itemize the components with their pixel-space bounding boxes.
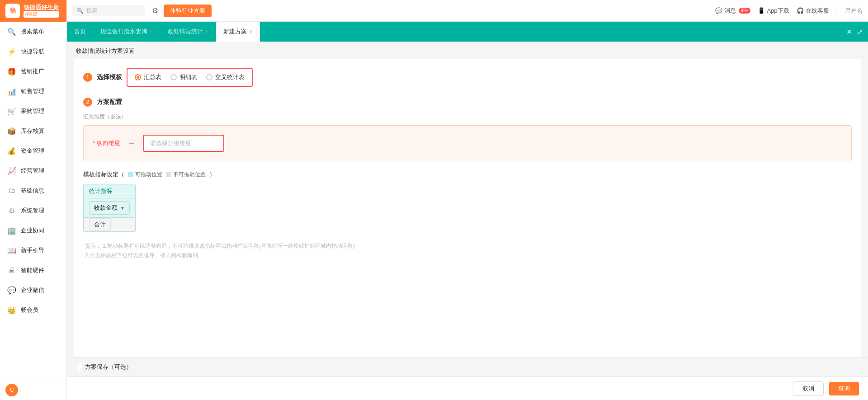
- sidebar-label-enterprise: 企业协同: [21, 226, 44, 235]
- legend-draggable: 可拖动位置: [128, 171, 162, 179]
- step1-title: 选择模板: [97, 73, 122, 81]
- sidebar-item-base-info[interactable]: 🗂基础信息: [0, 181, 66, 201]
- sidebar-item-purchase[interactable]: 🛒采购管理: [0, 101, 66, 121]
- sidebar-icon-smart-hw: 🖨: [7, 266, 16, 274]
- sidebar-item-member[interactable]: 👑畅会员: [0, 300, 66, 320]
- sidebar-icon-search-menu: 🔍: [7, 28, 16, 36]
- topbar: 🔍 搜索 ⚙ 体验行业方案 💬 消息 99+ 📱 App下载 🎧 在线客服 | …: [67, 0, 868, 22]
- tab-close-new-plan[interactable]: ×: [250, 28, 253, 35]
- dimension-area: * 纵向维度 → 请选择分组维度: [83, 125, 852, 161]
- metrics-sub-row: 合计: [84, 217, 135, 231]
- nav-tab-home[interactable]: 首页: [67, 22, 93, 42]
- sidebar-label-marketing: 营销推广: [21, 67, 44, 75]
- sidebar-label-operations: 经营管理: [21, 167, 44, 175]
- sidebar-label-member: 畅会员: [21, 306, 38, 314]
- radio-summary-label: 汇总表: [144, 73, 161, 81]
- industry-btn[interactable]: 体验行业方案: [164, 5, 212, 17]
- metrics-label: 统计指标: [84, 184, 135, 198]
- dimension-arrow: →: [127, 139, 136, 148]
- checkbox-box: [76, 364, 82, 370]
- tab-close-receipt-stats[interactable]: ×: [206, 28, 209, 35]
- step1-header: 1 选择模板 汇总表 明细表: [83, 68, 852, 87]
- metrics-tag[interactable]: 收款金额 ▼: [89, 201, 130, 215]
- page-header: 收款情况统计方案设置: [67, 42, 868, 59]
- save-plan-checkbox[interactable]: 方案保存（可选）: [76, 363, 132, 371]
- step2-header: 2 方案配置: [83, 98, 852, 107]
- sidebar-icon-weixin: 💬: [7, 286, 16, 295]
- close-all-icon[interactable]: ✕: [846, 28, 852, 36]
- sidebar-item-quick-nav[interactable]: ⚡快捷导航: [0, 42, 66, 61]
- message-icon: 💬: [715, 7, 722, 14]
- legend-non-draggable: 不可拖动位置: [166, 171, 206, 179]
- sidebar-label-quick-nav: 快捷导航: [21, 47, 44, 56]
- sidebar-item-enterprise[interactable]: 🏢企业协同: [0, 221, 66, 240]
- sidebar-icon-sales: 📊: [7, 87, 16, 96]
- sidebar-label-sales: 销售管理: [21, 87, 44, 95]
- radio-cross-circle: [206, 74, 212, 80]
- page-body: 1 选择模板 汇总表 明细表: [74, 59, 861, 357]
- tab-label-receipt-stats: 收款情况统计: [168, 28, 203, 36]
- user-name: 用户名: [845, 7, 863, 15]
- nav-tab-new-plan[interactable]: 新建方案 ×: [216, 22, 260, 42]
- topbar-right: 💬 消息 99+ 📱 App下载 🎧 在线客服 | 用户名: [715, 7, 863, 15]
- nav-tabs: 首页现金银行流水查询 ×收款情况统计 ×新建方案 × ✕ ⤢: [67, 22, 868, 42]
- sidebar-icon-system: ⚙: [7, 207, 16, 215]
- sidebar-label-system: 系统管理: [21, 207, 44, 215]
- radio-detail[interactable]: 明细表: [170, 73, 197, 81]
- sidebar-item-guide[interactable]: 📖新手引导: [0, 240, 66, 260]
- bottom-bar: 取消 查询: [67, 376, 868, 400]
- tab-close-bank[interactable]: ×: [150, 28, 153, 35]
- sidebar-icon-marketing: 🎁: [7, 67, 16, 76]
- expand-icon[interactable]: ⤢: [857, 28, 863, 36]
- sidebar: 畅 畅捷通好生意 标准版 🔍搜索菜单⚡快捷导航🎁营销推广📊销售管理🛒采购管理📦库…: [0, 0, 67, 400]
- sidebar-item-search-menu[interactable]: 🔍搜索菜单: [0, 22, 66, 42]
- sidebar-item-marketing[interactable]: 🎁营销推广: [0, 61, 66, 81]
- sidebar-icon-finance: 💰: [7, 147, 16, 155]
- sidebar-item-sales[interactable]: 📊销售管理: [0, 81, 66, 101]
- nav-tab-receipt-stats[interactable]: 收款情况统计 ×: [160, 22, 216, 42]
- sidebar-logo: 畅 畅捷通好生意 标准版: [0, 0, 66, 22]
- service-label: 在线客服: [806, 7, 829, 15]
- sidebar-label-base-info: 基础信息: [21, 187, 44, 195]
- dimension-selector[interactable]: 请选择分组维度: [143, 135, 224, 152]
- sidebar-icon-guide: 📖: [7, 246, 16, 255]
- step1-section: 1 选择模板 汇总表 明细表: [83, 68, 852, 87]
- sidebar-label-guide: 新手引导: [21, 246, 44, 254]
- radio-detail-label: 明细表: [179, 73, 197, 81]
- step2-num: 2: [83, 98, 92, 107]
- hint-2: 2.点击标题栏下拉可设置排序、插入列和删除列: [85, 252, 850, 259]
- breadcrumb: 收款情况统计方案设置: [76, 47, 135, 54]
- query-button[interactable]: 查询: [829, 382, 859, 395]
- hint-area: 提示： 1.拖动标题栏可以调整布局，不可跨维度或指标区域拖动栏目字段(只能在同一…: [83, 242, 852, 259]
- draggable-dot: [128, 172, 133, 177]
- tab-label-home: 首页: [74, 28, 86, 36]
- service-btn[interactable]: 🎧 在线客服: [797, 7, 829, 15]
- step2-title: 方案配置: [97, 98, 122, 106]
- sidebar-label-finance: 资金管理: [21, 147, 44, 155]
- sidebar-item-smart-hw[interactable]: 🖨智能硬件: [0, 260, 66, 280]
- settings-icon[interactable]: ⚙: [152, 6, 158, 15]
- sidebar-item-weixin[interactable]: 💬企业微信: [0, 280, 66, 300]
- radio-cross[interactable]: 交叉统计表: [206, 73, 245, 81]
- app-download-btn[interactable]: 📱 App下载: [758, 7, 789, 15]
- search-placeholder-text: 搜索: [86, 7, 97, 14]
- topbar-search[interactable]: 🔍 搜索: [72, 5, 145, 16]
- radio-summary[interactable]: 汇总表: [135, 73, 161, 81]
- avatar: U: [5, 384, 18, 396]
- sidebar-item-system[interactable]: ⚙系统管理: [0, 201, 66, 221]
- template-radio-group: 汇总表 明细表 交叉统计表: [135, 73, 245, 81]
- sidebar-item-inventory[interactable]: 📦库存核算: [0, 121, 66, 141]
- cancel-button[interactable]: 取消: [793, 381, 824, 396]
- sidebar-item-operations[interactable]: 📈经营管理: [0, 161, 66, 181]
- sidebar-item-finance[interactable]: 💰资金管理: [0, 141, 66, 161]
- nav-tabs-list: 首页现金银行流水查询 ×收款情况统计 ×新建方案 ×: [67, 22, 846, 42]
- dimension-label: * 纵向维度: [93, 139, 120, 147]
- sidebar-icon-purchase: 🛒: [7, 107, 16, 116]
- sidebar-label-search-menu: 搜索菜单: [21, 28, 44, 36]
- page-footer: 方案保存（可选）: [67, 357, 868, 376]
- main-area: 🔍 搜索 ⚙ 体验行业方案 💬 消息 99+ 📱 App下载 🎧 在线客服 | …: [67, 0, 868, 400]
- nav-tab-bank[interactable]: 现金银行流水查询 ×: [93, 22, 160, 42]
- tab-label-new-plan: 新建方案: [223, 28, 247, 36]
- dimension-container: 汇总维度（必选） * 纵向维度 → 请选择分组维度: [83, 113, 852, 161]
- message-btn[interactable]: 💬 消息 99+: [715, 7, 751, 15]
